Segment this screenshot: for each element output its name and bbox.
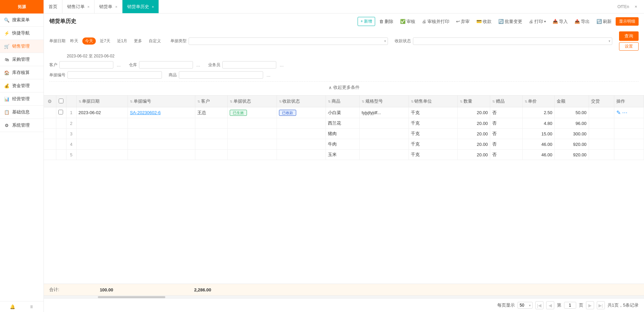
topbar-close-btn[interactable]: × (632, 3, 640, 11)
chart-icon: 📊 (4, 96, 9, 102)
cell-row-no: 2 (66, 118, 76, 129)
batch-change-button[interactable]: 🔄 批量变更 (496, 17, 525, 26)
collect-button[interactable]: 💳 收款 (474, 17, 494, 26)
cell-checkbox (56, 139, 66, 150)
sidebar-item-base-info[interactable]: 📋 基础信息 (0, 106, 44, 119)
delete-button[interactable]: 🗑 删除 (376, 17, 396, 26)
th-spec[interactable]: 规格型号 (360, 96, 409, 107)
doc-type-label: 单据类型 (170, 38, 187, 44)
salesperson-ellipsis[interactable]: ... (278, 62, 285, 68)
salesperson-input[interactable] (222, 61, 276, 69)
sidebar-item-sys-mgmt[interactable]: ⚙ 系统管理 (0, 119, 44, 132)
per-page-label: 每页显示 (497, 302, 515, 308)
goods-ellipsis[interactable]: ... (265, 72, 272, 78)
tab-sales-order[interactable]: 销售订单 × (62, 0, 94, 13)
table-container[interactable]: ⚙ 单据日期 单据编号 客户 单据状态 收款状态 商品 规格型号 销售单位 (44, 96, 644, 284)
cell-actions (614, 139, 644, 150)
tab-sales-history-label: 销货单历史 (127, 4, 149, 10)
date-tag-1month[interactable]: 近1月 (114, 37, 130, 45)
cell-settings (44, 129, 56, 139)
th-doc-no[interactable]: 单据编号 (128, 96, 195, 107)
cell-doc-date (76, 150, 128, 160)
date-tag-yesterday[interactable]: 昨天 (67, 37, 81, 45)
th-customer[interactable]: 客户 (195, 96, 228, 107)
th-price[interactable]: 单价 (522, 96, 555, 107)
th-goods[interactable]: 商品 (326, 96, 360, 107)
cell-gift: 否 (490, 150, 522, 160)
filter-row-2: 客户 ... 仓库 ... 业务员 ... (49, 61, 639, 69)
sidebar-bottom-icon2[interactable]: ⏸ (29, 304, 34, 309)
cell-unit: 千克 (409, 139, 458, 150)
sidebar-item-inventory-calc[interactable]: 🏠 库存核算 (0, 66, 44, 79)
sidebar-item-quick-nav[interactable]: ⚡ 快捷导航 (0, 27, 44, 40)
sidebar-item-ops-mgmt[interactable]: 📊 经营管理 (0, 93, 44, 106)
prev-page-button[interactable]: ◀ (546, 301, 554, 309)
cell-amount: 96.00 (555, 118, 589, 129)
row-checkbox[interactable] (58, 110, 63, 114)
query-button[interactable]: 查询 (619, 31, 639, 41)
audit-print-icon: 🖨 (422, 19, 426, 24)
export-button[interactable]: 📤 导出 (572, 17, 592, 26)
customer-input[interactable] (59, 61, 113, 69)
sidebar-item-purchase-mgmt[interactable]: 🛍 采购管理 (0, 53, 44, 66)
scrollbar-area[interactable] (44, 295, 644, 298)
abandon-button[interactable]: ↩ 弃审 (453, 17, 472, 26)
goods-input[interactable] (179, 71, 263, 79)
page-input[interactable] (564, 302, 576, 309)
th-qty[interactable]: 数量 (458, 96, 490, 107)
th-doc-date[interactable]: 单据日期 (76, 96, 128, 107)
next-page-button[interactable]: ▶ (586, 301, 594, 309)
sidebar-item-sales-mgmt[interactable]: 🛒 销售管理 (0, 40, 44, 53)
audit-button[interactable]: ✅ 审核 (397, 17, 418, 26)
date-tag-more[interactable]: 更多 (131, 37, 145, 45)
audit-print-button[interactable]: 🖨 审核并打印 (419, 17, 452, 26)
th-pay-status[interactable]: 收款状态 (277, 96, 326, 107)
pay-status-label: 收款状态 (395, 38, 411, 44)
settings-gear-icon[interactable]: ⚙ (48, 99, 52, 104)
add-button[interactable]: + 新增 (358, 17, 375, 26)
first-page-button[interactable]: |◀ (535, 301, 543, 309)
sidebar-item-finance-mgmt[interactable]: 💰 资金管理 (0, 79, 44, 93)
doc-no-input[interactable] (67, 71, 162, 79)
cell-customer: 王总 (195, 107, 228, 118)
import-button[interactable]: 📥 导入 (550, 17, 570, 26)
tab-sales-goods[interactable]: 销货单 × (94, 0, 122, 13)
refresh-button[interactable]: 🔃 刷新 (594, 17, 614, 26)
show-detail-button[interactable]: 显示明细 (616, 17, 639, 26)
select-all-checkbox[interactable] (59, 99, 63, 103)
date-tag-7days[interactable]: 近7天 (97, 37, 113, 45)
sidebar-logo: 拓源 (0, 0, 44, 14)
query-set-buttons: 查询 设置 (619, 31, 639, 51)
tab-sales-history[interactable]: 销货单历史 × (122, 0, 159, 13)
filter-area: 单据日期 昨天 今天 近7天 近1月 更多 自定义 单据类型 (44, 28, 644, 96)
th-gift[interactable]: 赠品 (490, 96, 522, 107)
doc-type-select[interactable] (189, 37, 388, 45)
warehouse-ellipsis[interactable]: ... (195, 62, 202, 68)
date-tag-today[interactable]: 今天 (82, 37, 96, 45)
tab-sales-history-close[interactable]: × (152, 5, 154, 9)
sidebar-bottom-icon1[interactable]: 🔔 (10, 304, 15, 309)
edit-action[interactable]: ✎ (616, 109, 621, 116)
tab-home[interactable]: 首页 (44, 0, 62, 13)
cell-actions (614, 129, 644, 139)
last-page-button[interactable]: ▶| (597, 301, 605, 309)
warehouse-input[interactable] (139, 61, 193, 69)
topbar: 首页 销售订单 × 销货单 × 销货单历史 × OfTEn × (44, 0, 644, 14)
sidebar-item-search-menu[interactable]: 🔍 搜索菜单 (0, 14, 44, 27)
more-action[interactable]: ⋯ (622, 109, 627, 116)
doc-no-link[interactable]: SA-20230602-6 (130, 110, 161, 115)
collapse-button[interactable]: ∧ 收起更多条件 (49, 83, 639, 92)
print-button[interactable]: 🖨 打印 ▾ (526, 17, 549, 26)
date-tag-custom[interactable]: 自定义 (146, 37, 164, 45)
tab-sales-order-close[interactable]: × (87, 5, 89, 9)
th-doc-status[interactable]: 单据状态 (227, 96, 277, 107)
pay-status-select-wrapper (413, 37, 612, 45)
per-page-select[interactable]: 50 100 200 (517, 302, 533, 309)
tab-sales-goods-close[interactable]: × (115, 5, 117, 9)
set-button[interactable]: 设置 (619, 42, 639, 51)
cell-qty: 20.00 (458, 139, 490, 150)
page-title: 销货单历史 (49, 18, 76, 25)
customer-ellipsis[interactable]: ... (115, 62, 122, 68)
pay-status-select[interactable] (413, 37, 612, 45)
th-unit[interactable]: 销售单位 (409, 96, 458, 107)
